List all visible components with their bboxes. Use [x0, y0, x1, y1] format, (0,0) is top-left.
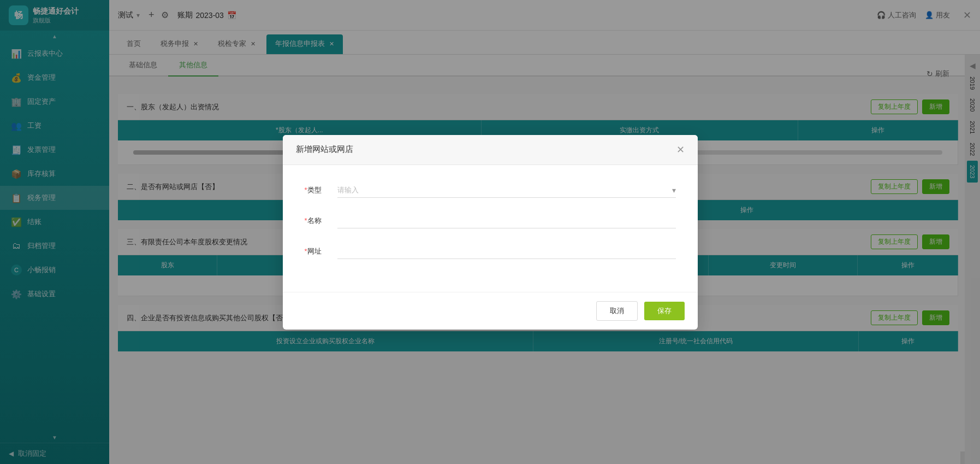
- form-row-url: *网址: [305, 244, 676, 259]
- name-label: *名称: [305, 216, 337, 226]
- modal-footer: 取消 保存: [283, 292, 698, 330]
- type-input-wrap: ▾: [337, 183, 676, 198]
- modal-title: 新增网站或网店: [296, 144, 353, 155]
- modal-overlay: 新增网站或网店 ✕ *类型 ▾ *名称: [0, 0, 980, 464]
- type-label: *类型: [305, 185, 337, 195]
- url-label: *网址: [305, 246, 337, 256]
- modal-close-button[interactable]: ✕: [676, 144, 685, 156]
- form-row-type: *类型 ▾: [305, 183, 676, 198]
- form-row-name: *名称: [305, 213, 676, 228]
- add-website-modal: 新增网站或网店 ✕ *类型 ▾ *名称: [283, 135, 698, 330]
- name-input-wrap: [337, 213, 676, 228]
- cancel-button[interactable]: 取消: [596, 301, 638, 321]
- url-input[interactable]: [337, 244, 676, 259]
- url-input-wrap: [337, 244, 676, 259]
- name-input[interactable]: [337, 213, 676, 228]
- modal-header: 新增网站或网店 ✕: [283, 135, 698, 165]
- modal-body: *类型 ▾ *名称 *网址: [283, 165, 698, 292]
- save-button[interactable]: 保存: [644, 302, 685, 320]
- type-input[interactable]: [337, 183, 676, 198]
